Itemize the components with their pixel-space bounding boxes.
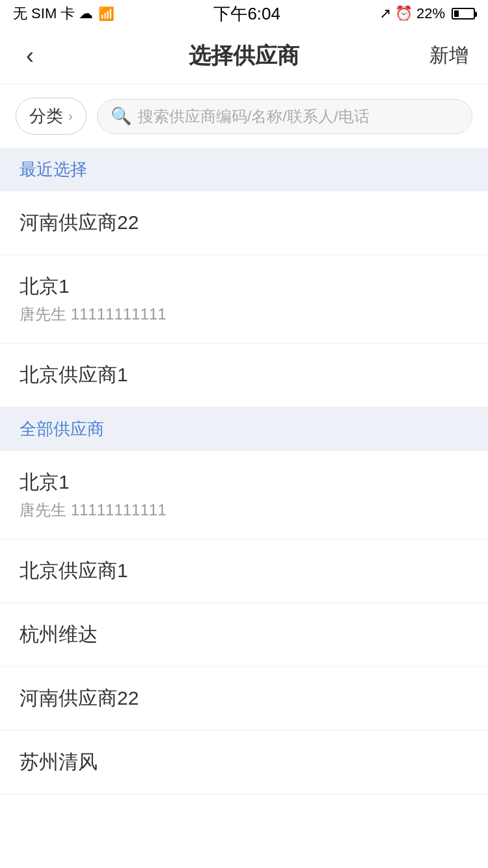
item-name: 苏州清风 [20, 749, 468, 776]
search-box[interactable]: 🔍 搜索供应商编码/名称/联系人/电话 [97, 99, 472, 134]
all-list: 北京1 唐先生 11111111111 北京供应商1 杭州维达 河南供应商22 … [0, 451, 488, 794]
chevron-right-icon: › [68, 109, 73, 124]
list-item[interactable]: 北京1 唐先生 11111111111 [0, 255, 488, 344]
list-item[interactable]: 北京1 唐先生 11111111111 [0, 451, 488, 539]
sim-label: 无 SIM 卡 ☁ [13, 4, 93, 23]
nav-bar: ‹ 选择供应商 新增 [0, 27, 488, 85]
item-name: 北京1 [20, 273, 468, 300]
item-name: 北京供应商1 [20, 558, 468, 584]
list-item[interactable]: 北京供应商1 [0, 344, 488, 407]
search-icon: 🔍 [111, 106, 131, 126]
item-sub: 唐先生 11111111111 [20, 500, 468, 521]
alarm-icon: ⏰ [395, 5, 413, 22]
wifi-icon: 📶 [98, 6, 115, 21]
all-section-header: 全部供应商 [0, 407, 488, 451]
recent-list: 河南供应商22 北京1 唐先生 11111111111 北京供应商1 [0, 191, 488, 407]
filter-bar: 分类 › 🔍 搜索供应商编码/名称/联系人/电话 [0, 85, 488, 148]
recent-section-label: 最近选择 [20, 159, 87, 179]
list-item[interactable]: 河南供应商22 [0, 191, 488, 255]
list-item[interactable]: 杭州维达 [0, 603, 488, 667]
item-name: 杭州维达 [20, 621, 468, 648]
item-name: 河南供应商22 [20, 210, 468, 236]
category-label: 分类 [29, 105, 63, 128]
page-title: 选择供应商 [189, 41, 299, 71]
all-section-label: 全部供应商 [20, 419, 104, 439]
search-placeholder: 搜索供应商编码/名称/联系人/电话 [138, 106, 370, 127]
back-button[interactable]: ‹ [20, 36, 40, 76]
item-name: 河南供应商22 [20, 685, 468, 712]
list-item[interactable]: 北京供应商1 [0, 539, 488, 603]
battery-icon [452, 8, 475, 20]
status-left: 无 SIM 卡 ☁ 📶 [13, 4, 115, 23]
status-bar: 无 SIM 卡 ☁ 📶 下午6:04 ↗ ⏰ 22% [0, 0, 488, 27]
item-sub: 唐先生 11111111111 [20, 304, 468, 325]
list-item[interactable]: 河南供应商22 [0, 667, 488, 731]
item-name: 北京供应商1 [20, 362, 468, 388]
item-name: 北京1 [20, 469, 468, 496]
status-time: 下午6:04 [213, 3, 280, 25]
category-button[interactable]: 分类 › [16, 98, 87, 135]
add-button[interactable]: 新增 [429, 42, 468, 69]
list-item[interactable]: 苏州清风 [0, 731, 488, 794]
recent-section-header: 最近选择 [0, 148, 488, 191]
status-right: ↗ ⏰ 22% [379, 5, 475, 22]
location-icon: ↗ [379, 5, 391, 22]
battery-percent: 22% [416, 5, 445, 22]
